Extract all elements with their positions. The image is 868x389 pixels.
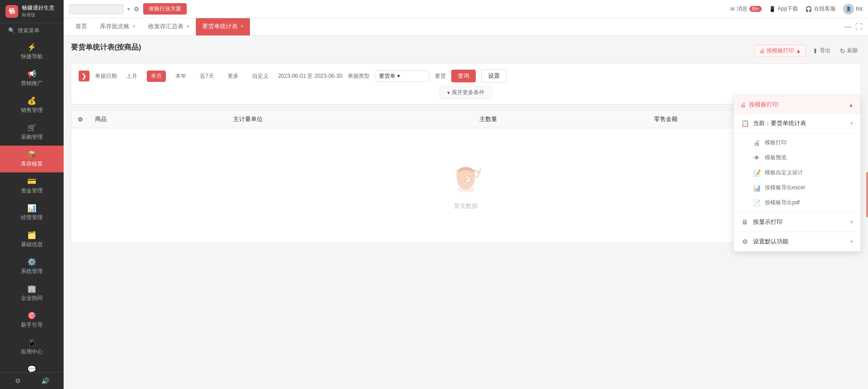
- sidebar-item-sales[interactable]: 💰 销售管理: [0, 92, 64, 119]
- tab-requisition-stat-close[interactable]: ×: [240, 23, 244, 30]
- export-pdf-label: 按模板导出pdf: [765, 199, 800, 207]
- template-print-label: 模板打印: [765, 139, 787, 147]
- set-default-label: 设置默认功能: [753, 237, 788, 246]
- settings-footer-btn[interactable]: ⚙: [15, 377, 21, 384]
- print-template-btn[interactable]: 🖨 按模板打印 ▲: [754, 45, 806, 57]
- dropdown-set-default[interactable]: ⚙ 设置默认功能 ▾: [734, 234, 860, 249]
- topbar: ▾ ⚙ 体验行业方案 ✉ 消息 99+ 📱 App下载 🎧 在线客服 👤 Rit: [64, 0, 868, 18]
- app-name: 畅赚通好生意: [22, 5, 55, 12]
- tab-receivable-summary-close[interactable]: ×: [186, 23, 190, 30]
- message-btn[interactable]: ✉ 消息 99+: [730, 5, 762, 13]
- order-type-select[interactable]: 要货单 ▾: [375, 71, 429, 82]
- svg-point-6: [478, 171, 481, 173]
- date-btn-last7[interactable]: 近7天: [196, 71, 218, 82]
- print-dropdown-popup: 🖨 按模板打印 ▲ 📋 当前：要货单统计表 ▾ 🖨 模板打: [733, 96, 861, 252]
- sidebar-item-quick-nav[interactable]: ⚡ 快捷导航: [0, 38, 64, 65]
- tab-minimize-btn[interactable]: —: [844, 23, 852, 31]
- template-custom-label: 模板自定义设计: [765, 169, 803, 177]
- date-label: 单据日期: [95, 72, 117, 80]
- tab-batch-account-close[interactable]: ×: [132, 23, 135, 30]
- dropdown-title: 按模板打印: [749, 101, 778, 109]
- col-unit: 主计量单位: [228, 111, 474, 128]
- sidebar-logo: 畅 畅赚通好生意 标准版: [0, 0, 64, 23]
- sidebar-search-trigger[interactable]: 🔍 搜索菜单: [0, 23, 64, 38]
- order-type-arrow: ▾: [397, 73, 400, 79]
- order-type-label: 单据类型: [348, 72, 369, 80]
- display-print-label: 按显示打印: [753, 218, 783, 226]
- export-label: 导出: [820, 47, 831, 55]
- tabs-right-actions: — ⛶: [844, 23, 863, 31]
- date-btn-this-month[interactable]: 本月: [147, 71, 166, 82]
- sidebar-item-inventory[interactable]: 📦 库存核算: [0, 146, 64, 172]
- topbar-right: ✉ 消息 99+ 📱 App下载 🎧 在线客服 👤 Rit: [730, 4, 863, 15]
- user-avatar: 👤: [843, 4, 854, 15]
- user-profile[interactable]: 👤 Rit: [843, 4, 863, 15]
- refresh-btn[interactable]: ↻ 刷新: [837, 45, 861, 56]
- sidebar-label-purchase: 采购管理: [21, 133, 43, 141]
- sidebar-item-wechat[interactable]: 💬 企业微信: [0, 360, 64, 372]
- sidebar-label-system: 系统管理: [21, 268, 43, 275]
- online-service-label: 在线客服: [814, 5, 836, 13]
- tab-receivable-summary[interactable]: 收发存汇总表 ×: [142, 18, 196, 35]
- refresh-label: 刷新: [847, 47, 858, 55]
- sidebar-item-basic[interactable]: 🗂️ 基础信息: [0, 226, 64, 253]
- message-label: 消息: [737, 5, 748, 13]
- date-btn-this-year[interactable]: 本年: [171, 71, 190, 82]
- export-icon: ⬆: [813, 47, 818, 55]
- filter-expand-icon-btn[interactable]: ❯: [79, 71, 90, 81]
- date-btn-last-month[interactable]: 上月: [122, 71, 141, 82]
- dropdown-display-print[interactable]: 🖥 按显示打印 ▾: [734, 214, 860, 230]
- app-download-btn[interactable]: 📱 App下载: [769, 5, 798, 13]
- right-scrollbar-thumb[interactable]: [866, 172, 868, 217]
- dropdown-item-template-preview[interactable]: 👁 模板预览: [734, 150, 860, 165]
- sidebar-item-finance[interactable]: 💳 资金管理: [0, 172, 64, 199]
- sidebar-item-system[interactable]: ⚙️ 系统管理: [0, 253, 64, 280]
- app-download-label: App下载: [778, 5, 798, 13]
- marketing-icon: 📢: [27, 70, 36, 78]
- sidebar: 畅 畅赚通好生意 标准版 🔍 搜索菜单 ⚡ 快捷导航 📢 营销推广 💰 销售管理…: [0, 0, 64, 389]
- template-print-icon: 🖨: [753, 139, 760, 147]
- tab-home[interactable]: 首页: [69, 18, 94, 35]
- topbar-dropdown-arrow[interactable]: ▾: [127, 6, 130, 12]
- refresh-icon: ↻: [840, 47, 845, 55]
- dropdown-printer-icon: 🖨: [740, 101, 746, 108]
- dropdown-item-export-excel[interactable]: 📊 按模板导出excel: [734, 180, 860, 195]
- topbar-gear-icon[interactable]: ⚙: [134, 5, 140, 13]
- col-settings[interactable]: ⚙: [71, 111, 90, 128]
- page-content: 要货单统计表(按商品) 🖨 按模板打印 ▲ ⬆ 导出 ↻ 刷新: [64, 35, 868, 389]
- speaker-footer-btn[interactable]: 🔊: [41, 377, 49, 384]
- sidebar-item-enterprise[interactable]: 🏢 企业协同: [0, 280, 64, 307]
- dropdown-item-export-pdf[interactable]: 📄 按模板导出pdf: [734, 195, 860, 210]
- app-logo-icon: 畅: [5, 5, 18, 18]
- topbar-search-input[interactable]: [69, 4, 124, 14]
- dropdown-template-section: 🖨 模板打印 👁 模板预览 📝 模板自定义设计 📊 按模板导出excel 📄: [734, 133, 860, 212]
- query-btn[interactable]: 查询: [451, 70, 476, 82]
- sidebar-item-purchase[interactable]: 🛒 采购管理: [0, 119, 64, 146]
- tab-requisition-stat[interactable]: 要货单统计表 ×: [196, 18, 250, 35]
- sidebar-item-app-center[interactable]: 📱 应用中心: [0, 333, 64, 360]
- date-btn-more[interactable]: 更多: [224, 71, 243, 82]
- current-arrow: ▾: [850, 120, 853, 126]
- tab-batch-account[interactable]: 库存批次账 ×: [94, 18, 142, 35]
- settings-btn[interactable]: 设置: [481, 69, 507, 83]
- expand-more-conditions-btn[interactable]: ▾ 展开更多条件: [439, 86, 492, 99]
- tab-maximize-btn[interactable]: ⛶: [855, 23, 863, 31]
- sales-icon: 💰: [27, 96, 36, 105]
- tab-requisition-stat-label: 要货单统计表: [202, 22, 238, 30]
- app-download-icon: 📱: [769, 6, 776, 12]
- export-excel-label: 按模板导出excel: [765, 184, 805, 192]
- dropdown-collapse-icon[interactable]: ▲: [848, 101, 854, 108]
- dropdown-item-template-custom[interactable]: 📝 模板自定义设计: [734, 165, 860, 180]
- dropdown-current-item[interactable]: 📋 当前：要货单统计表 ▾: [734, 116, 860, 131]
- sidebar-item-operations[interactable]: 📊 经营管理: [0, 199, 64, 226]
- sidebar-item-marketing[interactable]: 📢 营销推广: [0, 65, 64, 92]
- page-header: 要货单统计表(按商品) 🖨 按模板打印 ▲ ⬆ 导出 ↻ 刷新: [71, 43, 861, 59]
- date-btn-custom[interactable]: 自定义: [248, 71, 273, 82]
- online-service-btn[interactable]: 🎧 在线客服: [805, 5, 836, 13]
- set-default-icon: ⚙: [741, 238, 748, 245]
- sidebar-item-newbie[interactable]: 🎯 新手引导: [0, 307, 64, 333]
- export-btn[interactable]: ⬆ 导出: [810, 45, 833, 56]
- trial-btn[interactable]: 体验行业方案: [143, 3, 187, 15]
- col-product: 商品: [90, 111, 228, 128]
- dropdown-item-template-print[interactable]: 🖨 模板打印: [734, 135, 860, 150]
